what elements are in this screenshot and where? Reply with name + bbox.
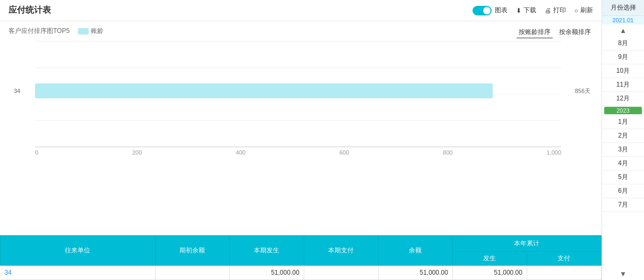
sidebar-month-9[interactable]: 9月 bbox=[602, 50, 644, 64]
legend-color: 账龄 bbox=[78, 27, 104, 36]
x-axis-line bbox=[35, 147, 561, 147]
sidebar-month-8[interactable]: 8月 bbox=[602, 37, 644, 50]
legend-color-box bbox=[78, 28, 89, 35]
sidebar-month-5[interactable]: 5月 bbox=[602, 171, 644, 184]
sidebar-month-6[interactable]: 6月 bbox=[602, 184, 644, 198]
sidebar-month-1[interactable]: 1月 bbox=[602, 115, 644, 129]
sidebar-year-display: 2021.01 bbox=[602, 16, 644, 24]
table-header-row: 往来单位 期初余额 本期发生 本期支付 余额 本年累计 bbox=[1, 236, 602, 252]
chart-section: 客户应付排序图TOP5 账龄 按账龄排序 按余额排序 bbox=[0, 21, 602, 235]
refresh-icon: ○ bbox=[574, 7, 578, 14]
table-row: 34 51,000.00 51,000.00 51,000.00 bbox=[1, 266, 602, 280]
cell-ytd-pay bbox=[527, 266, 601, 280]
chart-toggle[interactable] bbox=[473, 6, 492, 15]
col-current-pay: 本期支付 bbox=[304, 236, 378, 266]
sidebar-month-10[interactable]: 10月 bbox=[602, 64, 644, 78]
header-actions: 图表 ⬇ 下载 🖨 打印 ○ 刷新 bbox=[473, 6, 593, 15]
col-ytd-occur: 发生 bbox=[452, 252, 527, 266]
col-from-unit: 往来单位 bbox=[1, 236, 156, 266]
sort-by-balance-button[interactable]: 按账龄排序 bbox=[517, 27, 553, 38]
sidebar-month-4[interactable]: 4月 bbox=[602, 157, 644, 171]
x-tick-800: 800 bbox=[443, 149, 452, 156]
cell-opening bbox=[155, 266, 229, 280]
chart-legend: 客户应付排序图TOP5 账龄 bbox=[8, 27, 593, 36]
x-tick-600: 600 bbox=[339, 149, 349, 156]
bar-track: 856天 bbox=[35, 83, 561, 98]
sidebar-down-button[interactable]: ▼ bbox=[602, 268, 644, 280]
chart-toggle-group: 图表 bbox=[473, 6, 508, 15]
cell-unit[interactable]: 34 bbox=[1, 266, 156, 280]
sort-buttons: 按账龄排序 按余额排序 bbox=[517, 27, 593, 38]
sidebar-month-3[interactable]: 3月 bbox=[602, 143, 644, 157]
bar-chart: 34 856天 0 200 400 600 800 bbox=[8, 41, 593, 179]
print-icon: 🖨 bbox=[545, 7, 551, 14]
print-button[interactable]: 🖨 打印 bbox=[545, 6, 566, 15]
bar-row: 34 856天 bbox=[35, 83, 561, 98]
bar-left-label: 34 bbox=[14, 88, 20, 94]
cell-ytd-occur: 51,000.00 bbox=[452, 266, 527, 280]
x-tick-400: 400 bbox=[236, 149, 245, 156]
sidebar-month-12[interactable]: 12月 bbox=[602, 92, 644, 106]
x-tick-0: 0 bbox=[35, 149, 38, 156]
x-axis-ticks: 0 200 400 600 800 1,000 bbox=[35, 149, 561, 156]
sidebar-header: 月份选择 bbox=[602, 0, 644, 16]
col-current-occur: 本期发生 bbox=[229, 236, 304, 266]
legend-main: 客户应付排序图TOP5 bbox=[8, 27, 70, 36]
x-tick-1000: 1,000 bbox=[546, 149, 561, 156]
cell-balance: 51,000.00 bbox=[378, 266, 452, 280]
refresh-button[interactable]: ○ 刷新 bbox=[574, 6, 593, 15]
sidebar-month-2[interactable]: 2月 bbox=[602, 129, 644, 143]
sidebar-month-11[interactable]: 11月 bbox=[602, 78, 644, 92]
download-button[interactable]: ⬇ 下载 bbox=[516, 6, 536, 15]
sort-by-amount-button[interactable]: 按余额排序 bbox=[557, 27, 593, 38]
download-icon: ⬇ bbox=[516, 7, 521, 14]
sidebar: 月份选择 2021.01 ▲ 8月 9月 10月 11月 12月 2023 1月… bbox=[602, 0, 644, 280]
sidebar-year-badge-2023: 2023 bbox=[604, 107, 642, 114]
col-ytd-pay: 支付 bbox=[527, 252, 601, 266]
cell-current-pay bbox=[304, 266, 378, 280]
table-section: 往来单位 期初余额 本期发生 本期支付 余额 本年累计 发生 支付 34 bbox=[0, 235, 602, 280]
data-table: 往来单位 期初余额 本期发生 本期支付 余额 本年累计 发生 支付 34 bbox=[0, 235, 602, 280]
sidebar-up-button[interactable]: ▲ bbox=[602, 24, 644, 37]
x-tick-200: 200 bbox=[132, 149, 142, 156]
cell-current-occur: 51,000.00 bbox=[229, 266, 304, 280]
header: 应付统计表 图表 ⬇ 下载 🖨 打印 ○ 刷新 bbox=[0, 0, 602, 21]
sidebar-month-7[interactable]: 7月 bbox=[602, 198, 644, 212]
col-balance: 余额 bbox=[378, 236, 452, 266]
bar-fill bbox=[35, 83, 493, 98]
col-opening: 期初余额 bbox=[155, 236, 229, 266]
bar-right-label: 856天 bbox=[575, 87, 590, 95]
sidebar-month-list: 8月 9月 10月 11月 12月 2023 1月 2月 3月 4月 5月 6月… bbox=[602, 37, 644, 268]
chart-toggle-label: 图表 bbox=[495, 6, 508, 15]
col-ytd: 本年累计 bbox=[452, 236, 601, 252]
page-title: 应付统计表 bbox=[8, 5, 51, 16]
